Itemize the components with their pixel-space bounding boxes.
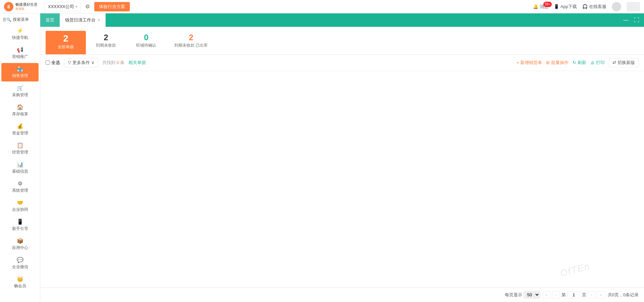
last-page-button[interactable]: » [597, 291, 605, 299]
sidebar-item-cooperation[interactable]: 🤝 企业协同 [1, 197, 39, 215]
page-number-input[interactable] [567, 291, 581, 298]
tab-active[interactable]: 钱货日清工作台 × [60, 13, 106, 27]
sidebar-item-label-quick-nav: 快捷导航 [12, 35, 28, 41]
search-menu-item[interactable]: ☰🔍 搜索菜单 [0, 15, 40, 24]
stat-tab-overdue[interactable]: 2 到期未收款 [86, 31, 126, 54]
app-download-button[interactable]: 📱 App下载 [554, 4, 577, 10]
sidebar-item-quick-nav[interactable]: ⚡ 快捷导航 [1, 25, 39, 43]
sidebar-item-label-marketing: 营销推广 [12, 54, 28, 60]
sidebar-item-wechat[interactable]: 💬 企业微信 [1, 254, 39, 273]
select-all-label: 全选 [51, 60, 60, 66]
pagination: 每页显示 50 « ‹ 第 页 › » 共0页，0条记录 [40, 287, 644, 302]
member-icon: 👑 [17, 276, 23, 282]
first-page-button[interactable]: « [543, 291, 551, 299]
sidebar-item-inventory[interactable]: 🏠 库存核算 [1, 101, 39, 120]
stat-label-shipped: 到期未收款 已出库 [174, 43, 208, 48]
total-records-label: 共0页，0条记录 [608, 292, 639, 298]
add-sales-order-button[interactable]: + 新增销货单 [517, 60, 542, 66]
stat-tab-pending[interactable]: 0 旺铺待确认 [126, 31, 166, 54]
batch-operation-button[interactable]: ⊞ 批量操作 [546, 60, 569, 66]
search-icon: ☰🔍 [3, 17, 11, 22]
page-size-selector: 每页显示 50 [505, 291, 540, 299]
stat-label-all: 全部单据 [58, 44, 74, 50]
filter-button[interactable]: ▽ 更多条件 ∨ [64, 58, 98, 67]
guide-icon: 📱 [17, 219, 23, 225]
sidebar-item-base-info[interactable]: 📊 基础信息 [1, 159, 39, 177]
sidebar-item-label-base-info: 基础信息 [12, 169, 28, 174]
sidebar-item-label-operations: 经营管理 [12, 149, 28, 155]
sidebar-item-member[interactable]: 👑 畅会员 [1, 273, 39, 292]
sidebar-item-guide[interactable]: 📱 新手引导 [1, 216, 39, 234]
sidebar-item-label-purchase: 采购管理 [12, 92, 28, 98]
stat-label-pending: 旺铺待确认 [136, 43, 156, 48]
toolbar-right: + 新增销货单 ⊞ 批量操作 ↻ 刷新 🖨 打印 ⇄ [517, 58, 639, 67]
filter-label: 更多条件 [72, 60, 90, 66]
switch-icon: ⇄ [612, 60, 616, 65]
system-icon: ⚙ [18, 180, 22, 187]
sidebar-item-app-center[interactable]: 📦 应用中心 [1, 235, 39, 253]
page-size-select-input[interactable]: 50 [524, 291, 540, 299]
next-page-button[interactable]: › [588, 291, 596, 299]
avatar[interactable] [612, 2, 621, 11]
sidebar-item-label-system: 系统管理 [12, 188, 28, 193]
operations-icon: 📋 [17, 142, 23, 148]
select-all-input[interactable] [46, 60, 50, 65]
sidebar-item-label-sales: 销售管理 [12, 73, 28, 79]
stat-num-pending: 0 [144, 33, 148, 43]
page-navigation: « ‹ 第 页 › » [543, 291, 605, 299]
wechat-icon: 💬 [17, 257, 23, 263]
user-name-block[interactable] [627, 2, 640, 11]
sidebar-item-purchase[interactable]: 🛒 采购管理 [1, 82, 39, 101]
purchase-icon: 🛒 [17, 85, 23, 91]
sidebar-item-label-inventory: 库存核算 [12, 111, 28, 117]
found-num: 0 [117, 60, 119, 65]
sidebar-item-operations[interactable]: 📋 经营管理 [1, 139, 39, 158]
switch-version-button[interactable]: ⇄ 切换新版 [609, 58, 639, 67]
logo-area: 6 畅捷通好生意 标准版 [4, 2, 44, 11]
sidebar-item-sales[interactable]: 🏪 销售管理 [1, 63, 39, 81]
logo-badge: 标准版 [15, 7, 38, 11]
refresh-button[interactable]: ↻ 刷新 [573, 60, 586, 66]
sales-icon: 🏪 [17, 66, 23, 72]
stat-label-overdue: 到期未收款 [96, 43, 116, 48]
sidebar: ☰🔍 搜索菜单 ⚡ 快捷导航 📢 营销推广 🏪 销售管理 🛒 采购管理 🏠 库存… [0, 13, 40, 302]
sidebar-item-finance[interactable]: 💰 资金管理 [1, 120, 39, 139]
sidebar-item-label-finance: 资金管理 [12, 130, 28, 136]
toolbar: 全选 ▽ 更多条件 ∨ 共找到 0 条 相关单据 + 新增销货单 ⊞ [40, 55, 644, 71]
print-label: 打印 [596, 60, 605, 66]
main-layout: ☰🔍 搜索菜单 ⚡ 快捷导航 📢 营销推广 🏪 销售管理 🛒 采购管理 🏠 库存… [0, 13, 644, 302]
maximize-icon[interactable]: ⛶ [632, 15, 641, 25]
online-service-button[interactable]: 🎧 在线客服 [582, 4, 606, 10]
message-badge: 99+ [543, 2, 552, 7]
sidebar-item-system[interactable]: ⚙ 系统管理 [1, 178, 39, 196]
batch-label: 批量操作 [551, 60, 569, 66]
stat-tab-all[interactable]: 2 全部单据 [46, 31, 86, 54]
tab-active-label: 钱货日清工作台 [65, 17, 96, 23]
print-icon: 🖨 [590, 60, 595, 65]
message-button[interactable]: 🔔 消息 99+ [533, 4, 548, 10]
download-icon: 📱 [554, 4, 559, 9]
refresh-icon: ↻ [573, 60, 576, 65]
refresh-label: 刷新 [578, 60, 586, 66]
service-icon: 🎧 [582, 4, 588, 9]
company-selector[interactable]: XXXXXX公司 ▾ [44, 2, 81, 11]
page-suffix: 页 [582, 292, 586, 298]
logo-icon: 6 [4, 2, 13, 11]
print-button[interactable]: 🖨 打印 [590, 60, 605, 66]
settings-icon[interactable]: ⚙ [83, 2, 92, 11]
select-all-checkbox[interactable]: 全选 [46, 60, 60, 66]
cooperation-icon: 🤝 [17, 199, 23, 206]
related-link[interactable]: 相关单据 [128, 60, 146, 66]
trial-button[interactable]: 体验行业方案 [94, 2, 130, 11]
search-menu-label: 搜索菜单 [13, 17, 29, 22]
close-tab-icon[interactable]: × [98, 18, 100, 22]
sidebar-item-label-member: 畅会员 [14, 283, 26, 289]
per-page-label: 每页显示 [505, 292, 522, 298]
prev-page-button[interactable]: ‹ [552, 291, 560, 299]
minimize-icon[interactable]: — [621, 15, 631, 25]
quick-nav-icon: ⚡ [17, 27, 23, 34]
stat-tab-shipped[interactable]: 2 到期未收款 已出库 [166, 31, 216, 54]
stats-tabs: 2 全部单据 2 到期未收款 0 旺铺待确认 2 到期未收款 已出库 [40, 27, 644, 55]
tab-home[interactable]: 首页 [40, 13, 60, 27]
sidebar-item-marketing[interactable]: 📢 营销推广 [1, 44, 39, 62]
